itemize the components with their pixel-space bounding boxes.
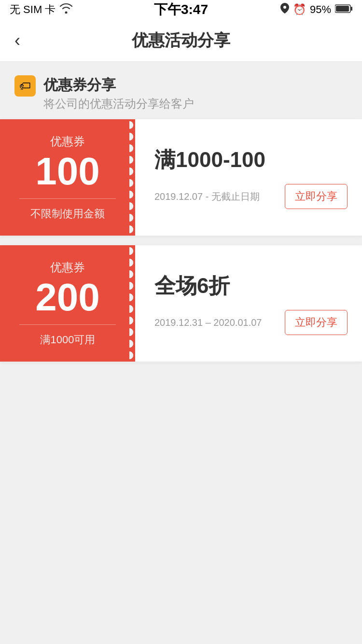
section-text: 优惠券分享 将公司的优惠活动分享给客户 bbox=[43, 75, 194, 112]
coupon-condition-2: 满1000可用 bbox=[40, 333, 96, 347]
section-header: 🏷 优惠券分享 将公司的优惠活动分享给客户 bbox=[0, 62, 362, 119]
coupon-right-1: 满1000-100 2019.12.07 - 无截止日期 立即分享 bbox=[135, 119, 362, 236]
coupon-date-2: 2019.12.31 – 2020.01.07 bbox=[154, 317, 277, 328]
coupon-card-2: 优惠券 200 满1000可用 全场6折 2019.12.31 – 2020.0… bbox=[0, 245, 362, 362]
coupon-left-2: 优惠券 200 满1000可用 bbox=[0, 245, 135, 362]
status-left: 无 SIM 卡 bbox=[10, 2, 73, 17]
battery-text: 95% bbox=[310, 3, 331, 16]
bottom-area bbox=[0, 381, 362, 622]
coupon-name-1: 满1000-100 bbox=[154, 146, 348, 174]
location-icon bbox=[280, 3, 289, 16]
coupon-date-1: 2019.12.07 - 无截止日期 bbox=[154, 190, 277, 203]
status-time: 下午3:47 bbox=[154, 0, 208, 19]
svg-rect-2 bbox=[351, 7, 352, 11]
alarm-icon: ⏰ bbox=[293, 3, 306, 16]
coupon-label-2: 优惠券 bbox=[50, 260, 85, 275]
battery-icon bbox=[335, 3, 352, 16]
wifi-icon bbox=[59, 3, 73, 16]
share-button-1[interactable]: 立即分享 bbox=[285, 184, 348, 209]
coupon-condition-1: 不限制使用金额 bbox=[30, 207, 105, 221]
back-button[interactable]: ‹ bbox=[14, 30, 20, 51]
share-button-2[interactable]: 立即分享 bbox=[285, 310, 348, 335]
coupon-meta-2: 2019.12.31 – 2020.01.07 立即分享 bbox=[154, 310, 348, 335]
coupon-label-1: 优惠券 bbox=[50, 134, 85, 149]
nav-bar: ‹ 优惠活动分享 bbox=[0, 19, 362, 62]
coupon-amount-1: 100 bbox=[35, 152, 99, 191]
status-right: ⏰ 95% bbox=[280, 3, 352, 16]
status-bar: 无 SIM 卡 下午3:47 ⏰ 95% bbox=[0, 0, 362, 19]
coupon-divider-1 bbox=[19, 198, 116, 199]
section-subtitle: 将公司的优惠活动分享给客户 bbox=[43, 96, 194, 112]
section-title: 优惠券分享 bbox=[43, 75, 194, 94]
svg-rect-1 bbox=[336, 6, 349, 12]
carrier-text: 无 SIM 卡 bbox=[10, 2, 56, 17]
coupon-divider-2 bbox=[19, 324, 116, 325]
coupon-meta-1: 2019.12.07 - 无截止日期 立即分享 bbox=[154, 184, 348, 209]
page-title: 优惠活动分享 bbox=[132, 29, 230, 52]
section-icon: 🏷 bbox=[14, 75, 36, 97]
coupon-card-1: 优惠券 100 不限制使用金额 满1000-100 2019.12.07 - 无… bbox=[0, 119, 362, 236]
coupon-amount-2: 200 bbox=[35, 278, 99, 317]
coupons-container: 优惠券 100 不限制使用金额 满1000-100 2019.12.07 - 无… bbox=[0, 119, 362, 381]
coupon-right-2: 全场6折 2019.12.31 – 2020.01.07 立即分享 bbox=[135, 245, 362, 362]
coupon-left-1: 优惠券 100 不限制使用金额 bbox=[0, 119, 135, 236]
coupon-name-2: 全场6折 bbox=[154, 272, 348, 300]
